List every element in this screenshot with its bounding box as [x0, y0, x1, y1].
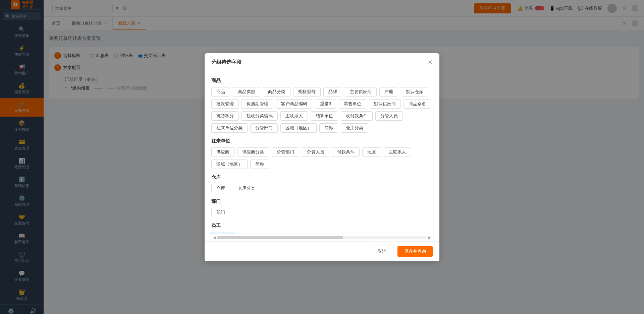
field-tag-1-0[interactable]: 供应商: [211, 147, 234, 157]
field-tag-1-6[interactable]: 主联系人: [384, 147, 411, 157]
field-tag-0-4[interactable]: 品牌: [323, 87, 342, 97]
field-tag-0-1[interactable]: 商品类型: [233, 87, 260, 97]
field-tag-0-17[interactable]: 主联系人: [280, 111, 308, 121]
section-title-2: 仓库: [211, 174, 433, 180]
field-tag-0-15[interactable]: 拣货积分: [211, 111, 239, 121]
field-tag-1-7[interactable]: 区域（地区）: [211, 160, 248, 169]
field-tag-0-9[interactable]: 保质期管理: [241, 99, 273, 109]
hscroll-left-arrow[interactable]: ◀: [211, 235, 217, 240]
section-title-3: 部门: [211, 198, 433, 204]
hscroll-track: [217, 236, 427, 239]
field-tag-3-0[interactable]: 部门: [211, 208, 230, 217]
field-tag-0-11[interactable]: 重量3: [315, 99, 336, 109]
section-title-1: 往来单位: [211, 138, 433, 144]
field-grid-1: 供应商供应商分类分管部门分管人员付款条件地区主联系人区域（地区）简称: [211, 147, 433, 169]
modal-close-button[interactable]: ✕: [428, 59, 433, 66]
field-tag-0-20[interactable]: 分管人员: [375, 111, 403, 121]
field-tag-0-14[interactable]: 商品别名: [404, 99, 431, 109]
field-tag-1-1[interactable]: 供应商分类: [237, 147, 269, 157]
field-tag-0-18[interactable]: 结算单位: [311, 111, 338, 121]
section-title-4: 员工: [211, 223, 433, 229]
field-tag-0-21[interactable]: 往来单位分类: [211, 123, 248, 133]
hscroll-thumb: [217, 236, 343, 239]
field-tag-0-13[interactable]: 默认供应商: [369, 99, 401, 109]
field-tag-0-24[interactable]: 简称: [319, 123, 338, 133]
field-tag-0-6[interactable]: 产地: [379, 87, 398, 97]
field-tag-0-12[interactable]: 零售单位: [339, 99, 366, 109]
field-tag-0-25[interactable]: 仓库分类: [341, 123, 368, 133]
modal-overlay: 分组待选字段 ✕ 商品商品商品类型商品分类规格型号品牌主要供应商产地默认仓库批次…: [0, 0, 644, 314]
modal-footer: 取消 保存并查询: [205, 241, 439, 261]
save-button[interactable]: 保存并查询: [397, 246, 433, 257]
field-tag-2-0[interactable]: 仓库: [211, 184, 230, 193]
field-tag-0-10[interactable]: 客户商品编码: [276, 99, 312, 109]
field-tag-0-3[interactable]: 规格型号: [293, 87, 321, 97]
field-tag-1-3[interactable]: 分管人员: [302, 147, 329, 157]
modal-dialog: 分组待选字段 ✕ 商品商品商品类型商品分类规格型号品牌主要供应商产地默认仓库批次…: [205, 53, 439, 261]
field-tag-1-4[interactable]: 付款条件: [332, 147, 360, 157]
field-tag-0-7[interactable]: 默认仓库: [401, 87, 428, 97]
field-tag-0-22[interactable]: 分管部门: [250, 123, 278, 133]
field-tag-1-8[interactable]: 简称: [250, 160, 269, 169]
section-title-0: 商品: [211, 78, 433, 84]
field-grid-3: 部门: [211, 208, 433, 217]
field-tag-0-23[interactable]: 区域（地区）: [280, 123, 317, 133]
field-tag-0-19[interactable]: 收付款条件: [341, 111, 373, 121]
field-grid-2: 仓库仓库分类: [211, 184, 433, 193]
cancel-button[interactable]: 取消: [371, 246, 393, 257]
modal-hscrollbar[interactable]: ◀ ▶: [205, 234, 439, 241]
field-tag-0-5[interactable]: 主要供应商: [345, 87, 377, 97]
field-tag-0-2[interactable]: 商品分类: [263, 87, 290, 97]
field-tag-1-5[interactable]: 地区: [362, 147, 381, 157]
field-tag-1-2[interactable]: 分管部门: [272, 147, 299, 157]
modal-title: 分组待选字段: [211, 59, 241, 65]
modal-body: 商品商品商品类型商品分类规格型号品牌主要供应商产地默认仓库批次管理保质期管理客户…: [205, 70, 439, 234]
hscroll-right-arrow[interactable]: ▶: [427, 235, 433, 240]
field-tag-0-16[interactable]: 税收分类编码: [241, 111, 278, 121]
field-tag-0-0[interactable]: 商品: [211, 87, 230, 97]
field-tag-0-8[interactable]: 批次管理: [211, 99, 239, 109]
field-tag-2-1[interactable]: 仓库分类: [233, 184, 260, 193]
modal-header: 分组待选字段 ✕: [205, 53, 439, 70]
field-grid-0: 商品商品类型商品分类规格型号品牌主要供应商产地默认仓库批次管理保质期管理客户商品…: [211, 87, 433, 133]
